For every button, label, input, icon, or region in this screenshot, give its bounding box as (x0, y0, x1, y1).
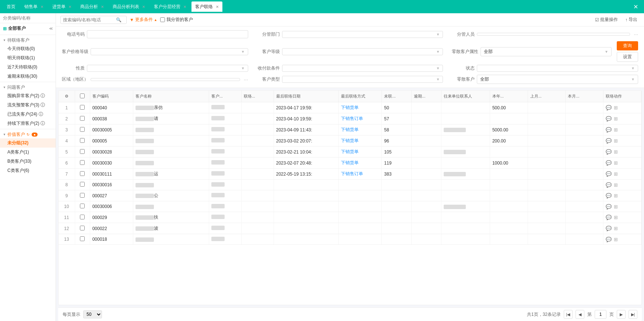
row-checkbox-cell[interactable] (75, 234, 90, 245)
filter-manager-input[interactable] (477, 33, 630, 36)
group-problem-customers[interactable]: ▼ 问题客户 (0, 83, 56, 91)
sidebar-item-c-class[interactable]: C类客户(6) (0, 166, 56, 175)
my-customers-check[interactable] (160, 17, 165, 22)
contact-icon[interactable]: 💬 (606, 171, 612, 177)
all-customers-header[interactable]: ⊞ 全部客户 ≪ (0, 23, 56, 34)
row-checkbox[interactable] (80, 105, 85, 110)
lastway-link[interactable]: 下销货单 (341, 127, 359, 132)
tab-home[interactable]: 首页 (3, 1, 19, 12)
filter-retail-attr-select[interactable]: 全部 ▼ (481, 47, 612, 56)
more-icon[interactable]: ⊞ (614, 116, 618, 121)
contact-icon[interactable]: 💬 (606, 160, 612, 166)
export-btn[interactable]: ↑ 导出 (623, 15, 640, 24)
search-input[interactable] (63, 17, 115, 22)
more-icon[interactable]: ⊞ (614, 204, 618, 209)
sidebar-item-overdue[interactable]: 逾期未联络(30) (0, 72, 56, 81)
search-icon[interactable]: 🔍 (116, 17, 122, 22)
row-checkbox[interactable] (80, 127, 85, 132)
row-checkbox-cell[interactable] (75, 201, 90, 212)
contact-icon[interactable]: 💬 (606, 226, 612, 231)
more-icon[interactable]: ⊞ (614, 226, 618, 231)
row-checkbox[interactable] (80, 193, 85, 198)
close-purchase-tab[interactable]: ✕ (68, 5, 71, 9)
lastway-link[interactable]: 下销货单 (341, 149, 359, 154)
sidebar-item-tomorrow[interactable]: 明天待联络(1) (0, 53, 56, 63)
contact-icon[interactable]: 💬 (606, 193, 612, 198)
tab-customer-tier[interactable]: 客户分层经营 ✕ (150, 1, 190, 12)
sidebar-item-7days[interactable]: 近7天待联络(0) (0, 63, 56, 72)
contact-icon[interactable]: 💬 (606, 127, 612, 133)
contact-icon[interactable]: 💬 (606, 105, 612, 110)
row-checkbox-cell[interactable] (75, 212, 90, 223)
row-checkbox[interactable] (80, 215, 85, 219)
sidebar-item-churn-warning[interactable]: 流失预警客户(3) ⓘ (0, 100, 56, 110)
close-product-list-tab[interactable]: ✕ (142, 5, 145, 9)
row-checkbox-cell[interactable] (75, 158, 90, 169)
filter-customer-level-select[interactable]: ▼ (282, 48, 443, 55)
more-icon[interactable]: ⊞ (614, 127, 618, 133)
filter-customer-type-select[interactable]: ▼ (282, 76, 443, 83)
lastway-link[interactable]: 下销货单 (341, 160, 359, 165)
row-checkbox-cell[interactable] (75, 147, 90, 158)
more-icon[interactable]: ⊞ (614, 149, 618, 155)
col-settings[interactable]: ⚙ (59, 91, 75, 102)
row-checkbox[interactable] (80, 182, 85, 187)
row-checkbox[interactable] (80, 204, 85, 208)
close-product-analysis-tab[interactable]: ✕ (101, 5, 104, 9)
manager-dots[interactable]: ··· (634, 31, 638, 37)
more-icon[interactable]: ⊞ (614, 138, 618, 144)
contact-icon[interactable]: 💬 (606, 149, 612, 155)
contact-icon[interactable]: 💬 (606, 215, 612, 220)
lastway-link[interactable]: 下销售订单 (341, 171, 363, 176)
row-checkbox[interactable] (80, 226, 85, 230)
row-checkbox[interactable] (80, 236, 85, 241)
close-customer-contact-tab[interactable]: ✕ (216, 5, 219, 9)
row-checkbox-cell[interactable] (75, 135, 90, 147)
row-checkbox[interactable] (80, 149, 85, 154)
last-page-btn[interactable]: ▶| (629, 310, 637, 319)
group-pending-contact[interactable]: ▼ 待联络客户 (0, 36, 56, 44)
more-icon[interactable]: ⊞ (614, 160, 618, 166)
group-value-customers[interactable]: ▼ 价值客户 ↻ ● (0, 130, 56, 138)
reset-button[interactable]: 设置 (617, 52, 638, 62)
more-icon[interactable]: ⊞ (614, 237, 618, 242)
batch-ops-btn[interactable]: ☑ 批量操作 (593, 15, 620, 24)
more-icon[interactable]: ⊞ (614, 105, 618, 110)
row-checkbox-cell[interactable] (75, 124, 90, 135)
col-checkbox[interactable] (75, 91, 90, 102)
filter-phone-input[interactable] (87, 30, 248, 38)
sidebar-item-a-class[interactable]: A类客户(1) (0, 148, 56, 157)
sidebar-collapse-icon[interactable]: ≪ (49, 27, 53, 31)
tab-product-analysis[interactable]: 商品分析 ✕ (77, 1, 108, 12)
window-close-btn[interactable]: ✕ (630, 3, 641, 10)
contact-icon[interactable]: 💬 (606, 237, 612, 242)
more-icon[interactable]: ⊞ (614, 215, 618, 220)
more-icon[interactable]: ⊞ (614, 171, 618, 177)
sidebar-item-today[interactable]: 今天待联络(0) (0, 44, 56, 53)
filter-payment-select[interactable]: ▼ (282, 65, 443, 72)
filter-nature-select[interactable]: ▼ (87, 65, 248, 72)
filter-price-level-select[interactable]: ▼ (91, 48, 248, 55)
contact-icon[interactable]: 💬 (606, 116, 612, 121)
more-conditions-btn[interactable]: ▼ 更多条件 ▲ (130, 17, 157, 23)
close-customer-tier-tab[interactable]: ✕ (183, 5, 186, 9)
phone-input[interactable] (90, 32, 245, 37)
row-checkbox-cell[interactable] (75, 190, 90, 201)
row-checkbox-cell[interactable] (75, 169, 90, 180)
contact-icon[interactable]: 💬 (606, 182, 612, 188)
sidebar-item-ungraded[interactable]: 未分组(32) (0, 138, 56, 148)
contact-icon[interactable]: 💬 (606, 204, 612, 209)
row-checkbox-cell[interactable] (75, 180, 90, 190)
row-checkbox-cell[interactable] (75, 223, 90, 234)
filter-status-select[interactable]: ▼ (477, 65, 638, 72)
contact-icon[interactable]: 💬 (606, 138, 612, 144)
region-dots[interactable]: ··· (244, 77, 248, 82)
row-checkbox[interactable] (80, 171, 85, 176)
row-checkbox-cell[interactable] (75, 113, 90, 124)
sidebar-item-declining[interactable]: 持续下滑客户(2) ⓘ (0, 119, 56, 128)
more-icon[interactable]: ⊞ (614, 182, 618, 188)
query-button[interactable]: 查询 (617, 41, 638, 50)
tab-purchase[interactable]: 进货单 ✕ (49, 1, 75, 12)
first-page-btn[interactable]: |◀ (564, 310, 573, 319)
tab-sales[interactable]: 销售单 ✕ (21, 1, 47, 12)
